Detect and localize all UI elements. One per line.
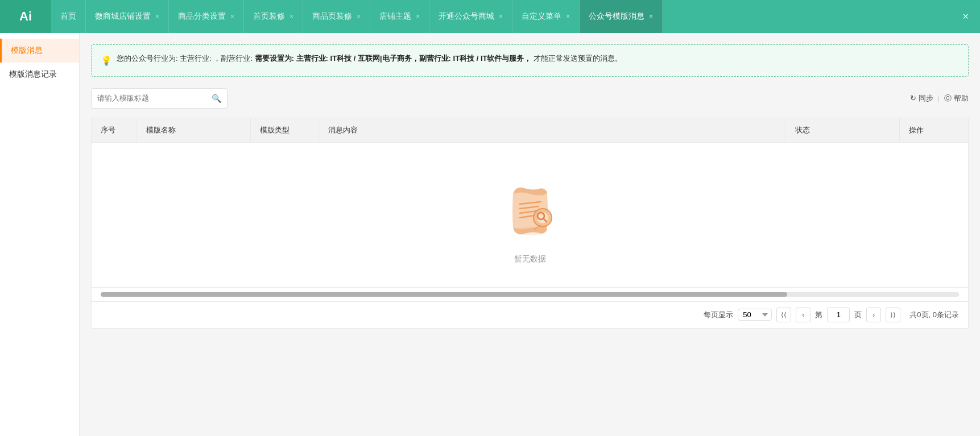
tab-close-template-msg[interactable]: × — [649, 13, 653, 20]
nav-tab-shop-theme[interactable]: 店铺主题× — [370, 0, 429, 33]
table-header: 序号模版名称模版类型消息内容状态操作 — [92, 118, 968, 143]
top-nav: Ai 首页微商城店铺设置×商品分类设置×首页装修×商品页装修×店铺主题×开通公众… — [0, 0, 980, 33]
nav-tab-home-decor[interactable]: 首页装修× — [244, 0, 303, 33]
content-area: 💡 您的公众号行业为: 主营行业: ，副营行业: 需要设置为: 主营行业: IT… — [80, 33, 980, 436]
next-page-button[interactable]: › — [866, 308, 881, 322]
scroll-bar-track[interactable] — [101, 292, 959, 297]
help-label: 帮助 — [954, 93, 969, 103]
sync-label: 同步 — [919, 93, 933, 103]
nav-tab-open-wechat[interactable]: 开通公众号商城× — [429, 0, 512, 33]
prev-page-button[interactable]: ‹ — [796, 308, 811, 322]
action-divider: | — [938, 94, 940, 102]
search-input[interactable] — [97, 94, 212, 102]
table-header-消息内容: 消息内容 — [319, 118, 786, 142]
nav-tab-wshop-settings[interactable]: 微商城店铺设置× — [86, 0, 169, 33]
notice-box: 💡 您的公众号行业为: 主营行业: ，副营行业: 需要设置为: 主营行业: IT… — [91, 44, 969, 77]
notice-suffix: 才能正常发送预置的消息。 — [534, 54, 622, 63]
per-page-select[interactable]: 102050100 — [738, 309, 772, 321]
search-input-wrap: 🔍 — [91, 88, 228, 109]
tab-close-product-decor[interactable]: × — [357, 13, 361, 20]
pagination: 每页显示 102050100 ⟨⟨ ‹ 第 页 › ⟩⟩ 共0页, 0条记录 — [92, 301, 968, 328]
table-header-序号: 序号 — [92, 118, 137, 142]
table-header-模版名称: 模版名称 — [137, 118, 251, 142]
main-layout: 模版消息模版消息记录 💡 您的公众号行业为: 主营行业: ，副营行业: 需要设置… — [0, 33, 980, 436]
tab-close-custom-menu[interactable]: × — [566, 13, 570, 20]
scroll-bar-thumb[interactable] — [101, 292, 787, 297]
empty-text: 暂无数据 — [514, 254, 546, 264]
page-label: 页 — [854, 310, 862, 320]
first-page-button[interactable]: ⟨⟨ — [776, 308, 791, 322]
sidebar-item-template-msg[interactable]: 模版消息 — [0, 39, 79, 63]
table-header-状态: 状态 — [786, 118, 900, 142]
nav-tab-template-msg[interactable]: 公众号模版消息× — [580, 0, 663, 33]
help-icon: ⓪ — [944, 93, 952, 103]
data-table: 序号模版名称模版类型消息内容状态操作 — [91, 118, 969, 329]
nav-tab-product-decor[interactable]: 商品页装修× — [303, 0, 370, 33]
nav-tabs: 首页微商城店铺设置×商品分类设置×首页装修×商品页装修×店铺主题×开通公众号商城… — [51, 0, 951, 33]
total-info: 共0页, 0条记录 — [909, 310, 959, 320]
empty-state: 暂无数据 — [92, 143, 968, 287]
close-all-button[interactable]: × — [951, 0, 980, 33]
notice-highlight: 需要设置为: 主营行业: IT科技 / 互联网|电子商务，副营行业: IT科技 … — [255, 54, 532, 63]
search-actions: ↻ 同步 | ⓪ 帮助 — [910, 93, 969, 103]
search-icon[interactable]: 🔍 — [212, 94, 221, 103]
nav-tab-home[interactable]: 首页 — [51, 0, 86, 33]
tab-close-wshop-settings[interactable]: × — [155, 13, 159, 20]
scroll-bar-wrap — [92, 287, 968, 301]
tab-close-open-wechat[interactable]: × — [499, 13, 503, 20]
tab-close-category-settings[interactable]: × — [230, 13, 234, 20]
table-header-操作: 操作 — [900, 118, 968, 142]
empty-illustration — [496, 177, 564, 245]
table-header-模版类型: 模版类型 — [251, 118, 319, 142]
tab-close-home-decor[interactable]: × — [290, 13, 293, 20]
sidebar: 模版消息模版消息记录 — [0, 33, 80, 436]
sidebar-item-template-record[interactable]: 模版消息记录 — [0, 63, 79, 86]
notice-icon: 💡 — [101, 53, 112, 68]
last-page-button[interactable]: ⟩⟩ — [886, 308, 900, 322]
tab-close-shop-theme[interactable]: × — [416, 13, 420, 20]
search-bar: 🔍 ↻ 同步 | ⓪ 帮助 — [91, 88, 969, 109]
sync-icon: ↻ — [910, 94, 916, 102]
notice-prefix: 您的公众号行业为: 主营行业: ，副营行业: — [117, 54, 255, 63]
notice-text: 您的公众号行业为: 主营行业: ，副营行业: 需要设置为: 主营行业: IT科技… — [117, 53, 959, 65]
per-page-label: 每页显示 — [704, 310, 733, 320]
nav-tab-custom-menu[interactable]: 自定义菜单× — [512, 0, 580, 33]
sync-button[interactable]: ↻ 同步 — [910, 93, 933, 103]
current-page-input[interactable] — [827, 308, 850, 322]
page-prefix: 第 — [815, 310, 822, 320]
app-logo: Ai — [0, 0, 51, 33]
help-button[interactable]: ⓪ 帮助 — [944, 93, 969, 103]
nav-tab-category-settings[interactable]: 商品分类设置× — [169, 0, 244, 33]
